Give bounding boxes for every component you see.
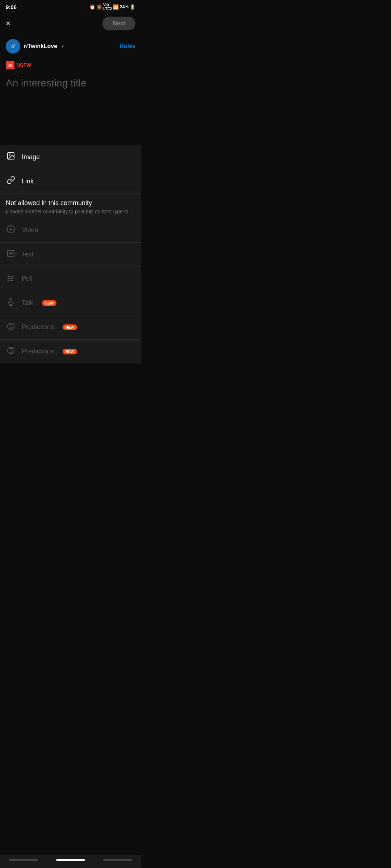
text-label: Text xyxy=(22,251,34,258)
menu-item-poll: Poll xyxy=(0,267,141,291)
battery-icon: 🔋 xyxy=(130,4,135,10)
poll-label: Poll xyxy=(22,275,33,282)
community-left[interactable]: r/ r/TwinkLove ▾ xyxy=(6,39,64,54)
menu-item-predictions-2: Predictions NEW xyxy=(0,340,141,363)
svg-point-20 xyxy=(10,352,11,353)
not-allowed-title: Not allowed in this community xyxy=(6,199,135,207)
menu-item-text: Text xyxy=(0,243,141,267)
content-section: Image Link Not allowed in this community… xyxy=(0,145,141,363)
svg-point-8 xyxy=(8,276,9,277)
video-label: Video xyxy=(22,226,38,234)
predictions-icon-2 xyxy=(6,346,16,357)
nsfw-badge: 18 NSFW xyxy=(6,61,31,69)
community-name: r/TwinkLove xyxy=(24,43,57,50)
predictions-label-2: Predictions xyxy=(22,348,54,355)
predictions-label-1: Predictions xyxy=(22,323,54,331)
post-title-input[interactable]: An interesting title xyxy=(6,77,135,90)
menu-item-predictions-1: Predictions NEW xyxy=(0,315,141,340)
top-nav: × Next xyxy=(0,12,141,35)
status-bar: 9:06 ⏰ 🔕 Vo)LTE2 📶 24% 🔋 xyxy=(0,0,141,12)
svg-point-12 xyxy=(8,280,9,281)
status-time: 9:06 xyxy=(6,4,17,10)
predictions-new-badge-2: NEW xyxy=(63,349,77,354)
battery-label: 24% xyxy=(120,4,129,9)
title-area[interactable]: An interesting title xyxy=(0,72,141,145)
community-avatar: r/ xyxy=(6,39,20,54)
menu-item-image[interactable]: Image xyxy=(0,145,141,169)
image-label: Image xyxy=(22,153,40,161)
community-row: r/ r/TwinkLove ▾ Rules xyxy=(0,35,141,58)
nsfw-row: 18 NSFW xyxy=(0,58,141,72)
poll-icon xyxy=(6,273,16,284)
avatar-letter: r/ xyxy=(11,43,14,49)
svg-rect-14 xyxy=(10,299,12,302)
svg-point-10 xyxy=(8,278,9,279)
svg-marker-3 xyxy=(10,228,12,231)
predictions-new-badge-1: NEW xyxy=(63,324,77,330)
video-icon xyxy=(6,225,16,236)
svg-point-1 xyxy=(9,154,10,155)
microphone-icon xyxy=(6,298,16,309)
menu-item-link[interactable]: Link xyxy=(0,169,141,193)
nsfw-age-icon: 18 xyxy=(6,61,14,69)
link-label: Link xyxy=(22,178,34,185)
talk-new-badge: NEW xyxy=(42,300,56,306)
predictions-icon-1 xyxy=(6,322,16,333)
not-allowed-section: Not allowed in this community Choose ano… xyxy=(0,193,141,218)
link-icon xyxy=(6,176,16,187)
image-icon xyxy=(6,152,16,162)
svg-point-18 xyxy=(10,328,11,328)
text-icon xyxy=(6,249,16,260)
chevron-down-icon: ▾ xyxy=(62,44,64,49)
not-allowed-description: Choose another community to post this co… xyxy=(6,208,135,216)
menu-item-video: Video xyxy=(0,218,141,243)
menu-item-talk: Talk NEW xyxy=(0,291,141,315)
alarm-icon: ⏰ xyxy=(89,4,95,10)
mute-icon: 🔕 xyxy=(96,4,102,10)
talk-label: Talk xyxy=(22,299,33,307)
network-icon: Vo)LTE2 xyxy=(103,3,112,11)
status-icons: ⏰ 🔕 Vo)LTE2 📶 24% 🔋 xyxy=(89,3,135,11)
nsfw-label: NSFW xyxy=(16,62,31,68)
close-button[interactable]: × xyxy=(6,20,10,27)
signal-icon: 📶 xyxy=(113,4,119,10)
next-button[interactable]: Next xyxy=(102,17,135,30)
rules-button[interactable]: Rules xyxy=(119,43,135,50)
